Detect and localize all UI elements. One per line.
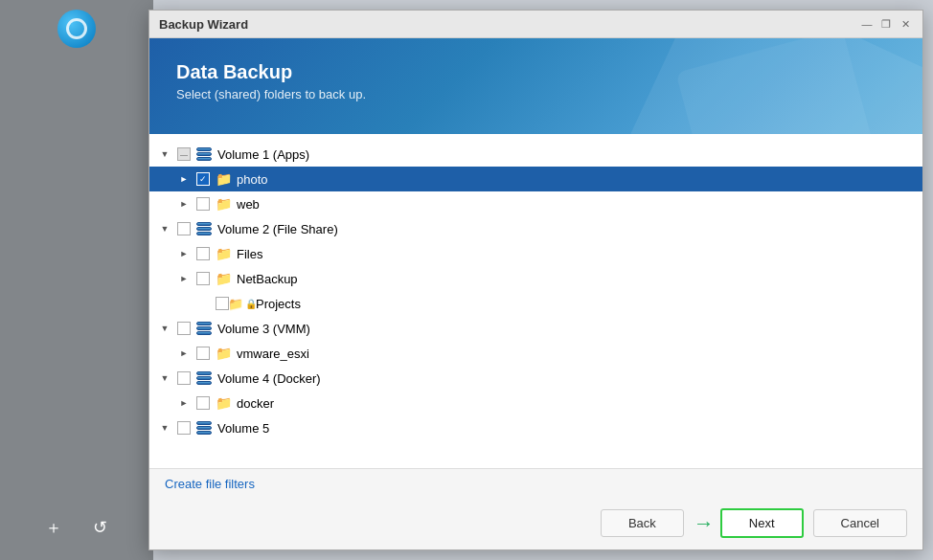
expand-arrow-photo[interactable] (176, 171, 192, 187)
window-controls: — ❐ ✕ (859, 16, 913, 32)
item-icon-projects: 📁🔒 (234, 295, 251, 312)
item-label-vmware: vmware_esxi (237, 347, 309, 361)
dialog-header: Data Backup Select (shared) folders to b… (149, 38, 922, 134)
item-icon-docker: 📁 (215, 394, 232, 412)
arrow-indicator: → Next (694, 508, 804, 538)
item-icon-vol1 (195, 146, 213, 163)
next-arrow-icon: → (694, 511, 715, 536)
expand-arrow-web[interactable] (176, 196, 192, 212)
next-button[interactable]: Next (720, 508, 804, 538)
checkbox-web[interactable] (196, 197, 210, 211)
backup-wizard-window: Backup Wizard — ❐ ✕ Data Backup Select (… (148, 10, 923, 550)
restore-button[interactable]: ❐ (878, 16, 894, 32)
item-label-photo: photo (237, 172, 268, 187)
checkbox-projects[interactable] (216, 297, 229, 310)
tree-item-docker[interactable]: 📁docker (149, 391, 922, 415)
tree-item-vol3[interactable]: Volume 3 (VMM) (149, 316, 922, 341)
tree-container: Volume 1 (Apps)✓📁photo📁webVolume 2 (File… (149, 134, 922, 468)
item-icon-web: 📁 (215, 195, 232, 213)
item-icon-vol4 (195, 370, 213, 387)
expand-arrow-vol3[interactable] (157, 321, 172, 336)
item-icon-files: 📁 (215, 245, 232, 262)
close-button[interactable]: ✕ (898, 16, 913, 32)
checkbox-photo[interactable]: ✓ (196, 172, 210, 186)
item-icon-vmware: 📁 (215, 345, 232, 362)
add-icon[interactable]: ＋ (40, 514, 67, 541)
expand-arrow-netbackup[interactable] (176, 271, 192, 286)
tree-item-photo[interactable]: ✓📁photo (149, 167, 922, 191)
item-label-docker: docker (237, 396, 274, 411)
taskbar-bottom: ＋ ↺ (0, 514, 153, 541)
checkbox-vol1[interactable] (177, 147, 191, 161)
cancel-button[interactable]: Cancel (813, 509, 907, 537)
tree-item-projects[interactable]: 📁🔒Projects (149, 291, 922, 316)
item-label-vol5: Volume 5 (217, 421, 269, 436)
app-logo (57, 10, 96, 48)
item-icon-photo: 📁 (215, 170, 232, 188)
tree-item-vol2[interactable]: Volume 2 (File Share) (149, 216, 922, 241)
tree-item-vmware[interactable]: 📁vmware_esxi (149, 341, 922, 366)
checkbox-files[interactable] (196, 247, 210, 260)
item-label-vol1: Volume 1 (Apps) (217, 147, 309, 162)
expand-arrow-files[interactable] (176, 246, 192, 261)
item-icon-netbackup: 📁 (215, 270, 232, 287)
item-label-vol4: Volume 4 (Docker) (217, 371, 321, 386)
item-label-netbackup: NetBackup (237, 272, 298, 286)
expand-arrow-vol4[interactable] (157, 370, 172, 386)
checkbox-docker[interactable] (196, 396, 210, 410)
tree-item-vol4[interactable]: Volume 4 (Docker) (149, 366, 922, 391)
dialog-content: Data Backup Select (shared) folders to b… (149, 38, 922, 549)
item-icon-vol5 (195, 419, 213, 437)
checkbox-vol4[interactable] (177, 371, 191, 385)
back-button[interactable]: Back (601, 509, 684, 537)
item-label-vol3: Volume 3 (VMM) (217, 322, 310, 336)
button-bar: Back → Next Cancel (165, 499, 907, 549)
tree-item-netbackup[interactable]: 📁NetBackup (149, 266, 922, 291)
expand-arrow-docker[interactable] (176, 395, 192, 411)
checkbox-vol5[interactable] (177, 421, 191, 435)
taskbar: ＋ ↺ (0, 0, 153, 560)
checkbox-vol3[interactable] (177, 322, 191, 335)
item-label-vol2: Volume 2 (File Share) (217, 222, 338, 236)
tree-item-files[interactable]: 📁Files (149, 241, 922, 266)
item-label-files: Files (237, 247, 262, 261)
item-label-projects: Projects (256, 297, 301, 311)
item-icon-vol3 (195, 320, 213, 337)
create-file-filters-link[interactable]: Create file filters (165, 469, 255, 499)
item-icon-vol2 (195, 220, 213, 237)
expand-arrow-vol2[interactable] (157, 221, 172, 236)
checkbox-vol2[interactable] (177, 222, 191, 235)
window-titlebar: Backup Wizard — ❐ ✕ (149, 11, 922, 38)
tree-item-vol5[interactable]: Volume 5 (149, 415, 922, 440)
item-label-web: web (237, 197, 260, 212)
expand-arrow-vmware[interactable] (176, 346, 192, 361)
tree-item-vol1[interactable]: Volume 1 (Apps) (149, 142, 922, 167)
dialog-footer: Create file filters Back → Next Cancel (149, 468, 922, 549)
logo-inner (66, 18, 87, 39)
expand-arrow-vol5[interactable] (157, 420, 172, 436)
folder-tree[interactable]: Volume 1 (Apps)✓📁photo📁webVolume 2 (File… (149, 134, 922, 468)
header-subtitle: Select (shared) folders to back up. (176, 87, 896, 101)
expand-arrow-vol1[interactable] (157, 146, 172, 162)
tree-item-web[interactable]: 📁web (149, 191, 922, 216)
minimize-button[interactable]: — (859, 16, 875, 32)
window-title: Backup Wizard (159, 17, 248, 32)
checkbox-netbackup[interactable] (196, 272, 210, 285)
checkbox-vmware[interactable] (196, 347, 210, 360)
history-icon[interactable]: ↺ (86, 514, 113, 541)
header-title: Data Backup (176, 61, 896, 83)
